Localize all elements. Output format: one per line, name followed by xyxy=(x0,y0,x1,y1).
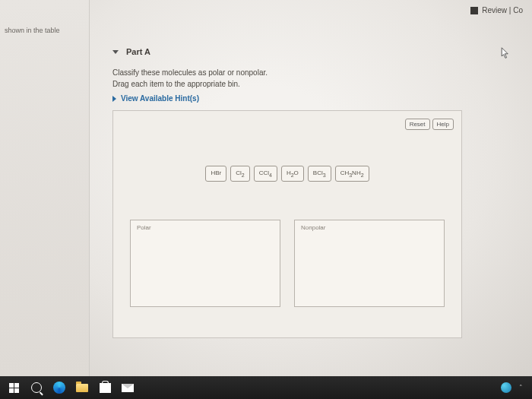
bin-polar[interactable]: Polar xyxy=(130,220,280,307)
search-icon xyxy=(31,382,42,393)
explorer-button[interactable] xyxy=(71,378,93,397)
work-area: Reset Help HBr Cl2 CCl4 H2O BCl3 CH3NH2 … xyxy=(112,110,462,338)
review-icon xyxy=(470,7,478,14)
molecule-h2o[interactable]: H2O xyxy=(281,166,304,182)
review-link[interactable]: Review | Co xyxy=(482,6,523,14)
tray-overflow-icon[interactable]: ˄ xyxy=(519,384,523,391)
start-button[interactable] xyxy=(3,378,24,397)
mail-button[interactable] xyxy=(117,378,138,397)
molecule-ch3nh2[interactable]: CH3NH2 xyxy=(335,166,369,182)
hints-label: View Available Hint(s) xyxy=(121,94,199,103)
hints-toggle[interactable]: View Available Hint(s) xyxy=(112,94,515,103)
instruction-line-2: Drag each item to the appropriate bin. xyxy=(112,78,515,90)
instruction-line-1: Classify these molecules as polar or non… xyxy=(112,67,515,78)
mail-icon xyxy=(122,384,134,392)
edge-button[interactable] xyxy=(49,378,70,397)
bin-nonpolar[interactable]: Nonpolar xyxy=(294,220,445,307)
bin-nonpolar-label: Nonpolar xyxy=(301,224,438,231)
reset-button[interactable]: Reset xyxy=(405,119,430,130)
main-area: Review | Co Part A Classify these molecu… xyxy=(90,0,532,376)
app-screen: shown in the table Review | Co Part A Cl… xyxy=(0,0,532,376)
caret-right-icon xyxy=(112,96,116,102)
sidebar: shown in the table xyxy=(0,0,90,376)
taskbar: ˄ xyxy=(0,376,532,399)
bins-row: Polar Nonpolar xyxy=(121,220,454,307)
instructions: Classify these molecules as polar or non… xyxy=(112,67,515,90)
tray-app-icon[interactable] xyxy=(501,382,511,393)
search-button[interactable] xyxy=(26,378,47,397)
edge-icon xyxy=(53,382,65,394)
windows-icon xyxy=(9,383,19,393)
part-title: Part A xyxy=(126,47,150,56)
sidebar-text: shown in the table xyxy=(0,27,89,34)
store-button[interactable] xyxy=(94,378,116,397)
molecule-ccl4[interactable]: CCl4 xyxy=(254,166,277,182)
molecule-hbr[interactable]: HBr xyxy=(205,166,226,182)
system-tray: ˄ xyxy=(501,382,529,393)
bin-polar-label: Polar xyxy=(137,224,274,231)
folder-icon xyxy=(76,384,88,392)
molecule-bcl3[interactable]: BCl3 xyxy=(308,166,331,182)
topbar: Review | Co xyxy=(470,6,523,14)
molecule-tray: HBr Cl2 CCl4 H2O BCl3 CH3NH2 xyxy=(121,166,454,182)
part-header[interactable]: Part A xyxy=(112,47,515,56)
store-icon xyxy=(100,383,111,393)
molecule-cl2[interactable]: Cl2 xyxy=(230,166,249,182)
caret-down-icon xyxy=(112,50,119,54)
help-button[interactable]: Help xyxy=(432,119,454,130)
control-buttons: Reset Help xyxy=(405,119,454,130)
